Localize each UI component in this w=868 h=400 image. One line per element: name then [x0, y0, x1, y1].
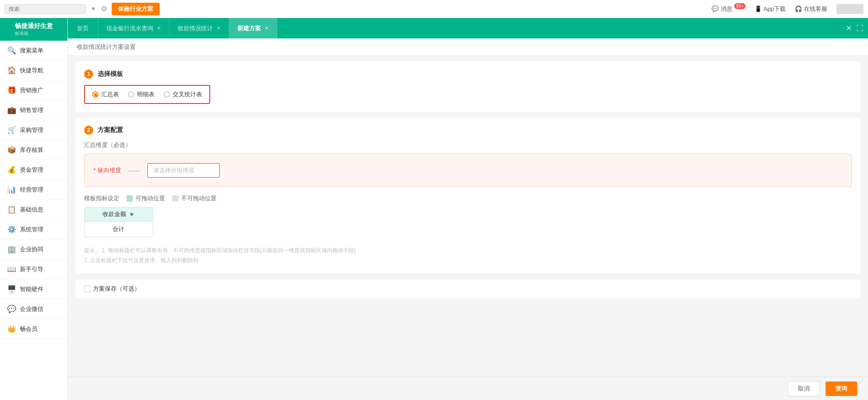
- dimension-row: 纵向维度 —— 请选择分组维度: [94, 163, 842, 178]
- download-icon: 📱: [755, 5, 762, 12]
- radio-circle-detail: [128, 91, 134, 98]
- monitor-icon: 🖥️: [7, 285, 16, 293]
- box-icon: 📦: [7, 146, 16, 154]
- sidebar-item-label: 采购管理: [20, 126, 43, 134]
- dimension-title: 汇总维度（必选）: [84, 141, 852, 149]
- gear-icon[interactable]: ⚙: [101, 5, 107, 13]
- tab-label: 首页: [77, 24, 89, 33]
- top-search-input[interactable]: [5, 4, 86, 14]
- metrics-col-label: 收款金额: [103, 210, 126, 218]
- briefcase-icon: 💼: [7, 106, 16, 114]
- tab-home[interactable]: 首页: [68, 18, 98, 38]
- metrics-table-header: 收款金额 ▼: [85, 207, 153, 221]
- legend-draggable: 可拖动位置: [127, 194, 165, 202]
- sidebar-item-inventory[interactable]: 📦 库存核算: [0, 140, 67, 160]
- tab-bar-right: ✕ ⛶: [846, 24, 868, 33]
- sidebar-item-label: 畅会员: [20, 325, 38, 333]
- tab-bar: 首页 现金银行流水查询 ✕ 收款情况统计 ✕ 新建方案 ✕ ✕ ⛶: [68, 18, 868, 38]
- logo-sub: 标准版: [15, 30, 53, 37]
- sidebar-item-label: 营销推广: [20, 86, 43, 94]
- metrics-header: 模板指标设定 可拖动位置 不可拖动位置: [84, 194, 852, 202]
- sidebar-item-label: 智能硬件: [20, 285, 43, 293]
- tab-bank-flow[interactable]: 现金银行流水查询 ✕: [98, 18, 170, 38]
- chevron-down-icon[interactable]: ▼: [90, 5, 96, 12]
- step1-label: 1 选择模板: [84, 70, 852, 79]
- tab-new-plan[interactable]: 新建方案 ✕: [229, 18, 277, 38]
- sidebar-item-sales[interactable]: 💼 销售管理: [0, 100, 67, 120]
- sidebar-item-label: 库存核算: [20, 146, 43, 154]
- metrics-table-cell: 合计: [85, 221, 153, 237]
- section2-card: 2 方案配置 汇总维度（必选） 纵向维度 —— 请选择分组维度: [75, 118, 861, 273]
- arrow-indicator: ——: [128, 167, 140, 174]
- sidebar-item-label: 基础信息: [20, 206, 43, 214]
- col-dropdown-icon[interactable]: ▼: [129, 211, 135, 218]
- sidebar-item-wechat[interactable]: 💬 企业微信: [0, 299, 67, 319]
- avatar[interactable]: [836, 4, 863, 14]
- radio-label-summary: 汇总表: [101, 90, 119, 99]
- non-draggable-legend-box: [172, 195, 179, 202]
- close-window-icon[interactable]: ✕: [846, 24, 852, 33]
- sidebar-item-hardware[interactable]: 🖥️ 智能硬件: [0, 279, 67, 299]
- tab-close-collection-stats[interactable]: ✕: [217, 25, 221, 31]
- top-bar-right: 💬 消息 99+ 📱 App下载 🎧 在线客服: [712, 4, 863, 14]
- message-button[interactable]: 💬 消息 99+: [712, 5, 745, 13]
- download-button[interactable]: 📱 App下载: [755, 5, 786, 13]
- support-button[interactable]: 🎧 在线客服: [795, 5, 827, 13]
- gift-icon: 🎁: [7, 86, 16, 94]
- sidebar-item-enterprise[interactable]: 🏢 企业协同: [0, 240, 67, 259]
- query-button[interactable]: 查询: [826, 381, 857, 396]
- tab-close-bank-flow[interactable]: ✕: [157, 25, 161, 31]
- metrics-section: 模板指标设定 可拖动位置 不可拖动位置 收款金额 ▼: [84, 194, 852, 239]
- tab-close-new-plan[interactable]: ✕: [264, 25, 269, 31]
- step2-label: 2 方案配置: [84, 126, 852, 135]
- home-icon: 🏠: [7, 66, 16, 75]
- sidebar-item-label: 销售管理: [20, 106, 43, 114]
- search-icon: 🔍: [7, 46, 16, 55]
- sidebar-item-search-menu[interactable]: 🔍 搜索菜单: [0, 41, 67, 61]
- radio-cross[interactable]: 交叉统计表: [164, 90, 202, 99]
- sidebar-item-marketing[interactable]: 🎁 营销推广: [0, 80, 67, 100]
- radio-label-detail: 明细表: [137, 90, 155, 99]
- sidebar-item-member[interactable]: 👑 畅会员: [0, 319, 67, 339]
- arrow-icon: ——: [128, 167, 140, 174]
- radio-detail[interactable]: 明细表: [128, 90, 155, 99]
- metrics-title: 模板指标设定: [84, 194, 119, 202]
- draggable-label: 可拖动位置: [136, 194, 165, 202]
- sidebar-item-label: 系统管理: [20, 226, 43, 234]
- step1-title: 选择模板: [98, 70, 123, 78]
- money-icon: 💰: [7, 165, 16, 174]
- sidebar-item-label: 新手引导: [20, 265, 43, 273]
- sidebar-item-quick-nav[interactable]: 🏠 快捷导航: [0, 61, 67, 80]
- sidebar-item-purchase[interactable]: 🛒 采购管理: [0, 120, 67, 140]
- radio-circle-cross: [164, 91, 170, 98]
- logo-text: 畅捷通好生意: [15, 22, 53, 30]
- save-checkbox-label[interactable]: 方案保存（可选）: [84, 285, 140, 293]
- section1-card: 1 选择模板 汇总表 明细表: [75, 61, 861, 112]
- tip-item-2: 2. 点击标题栏下拉可设置排序、插入列和删除列: [84, 256, 852, 266]
- page-content: 收款情况统计方案设置 1 选择模板 汇总表 明: [68, 38, 868, 400]
- sidebar-item-label: 企业协同: [20, 245, 43, 254]
- sidebar-item-label: 经营管理: [20, 186, 43, 194]
- radio-label-cross: 交叉统计表: [173, 90, 202, 99]
- tab-collection-stats[interactable]: 收款情况统计 ✕: [170, 18, 229, 38]
- sidebar-logo: 畅捷通好生意 标准版: [0, 18, 67, 41]
- cancel-button[interactable]: 取消: [788, 381, 820, 396]
- radio-summary[interactable]: 汇总表: [92, 90, 119, 99]
- sidebar: 畅捷通好生意 标准版 🔍 搜索菜单 🏠 快捷导航 🎁 营销推广 💼 销售管理 🛒…: [0, 18, 68, 400]
- step2-title: 方案配置: [98, 126, 123, 134]
- sidebar-item-finance[interactable]: 💰 资金管理: [0, 160, 67, 180]
- dimension-select[interactable]: 请选择分组维度: [147, 163, 220, 178]
- radio-circle-summary: [92, 91, 99, 98]
- trial-button[interactable]: 体验行业方案: [112, 3, 160, 15]
- tab-label: 新建方案: [237, 24, 261, 33]
- settings-icon: ⚙️: [7, 225, 16, 234]
- maximize-icon[interactable]: ⛶: [856, 24, 863, 33]
- save-checkbox[interactable]: [84, 286, 90, 292]
- sidebar-item-system[interactable]: ⚙️ 系统管理: [0, 220, 67, 240]
- sidebar-item-operations[interactable]: 📊 经营管理: [0, 180, 67, 200]
- cart-icon: 🛒: [7, 126, 16, 134]
- sidebar-item-basic-info[interactable]: 📋 基础信息: [0, 200, 67, 220]
- sidebar-item-guide[interactable]: 📖 新手引导: [0, 259, 67, 279]
- tab-label: 收款情况统计: [178, 24, 213, 33]
- message-badge: 99+: [734, 3, 745, 9]
